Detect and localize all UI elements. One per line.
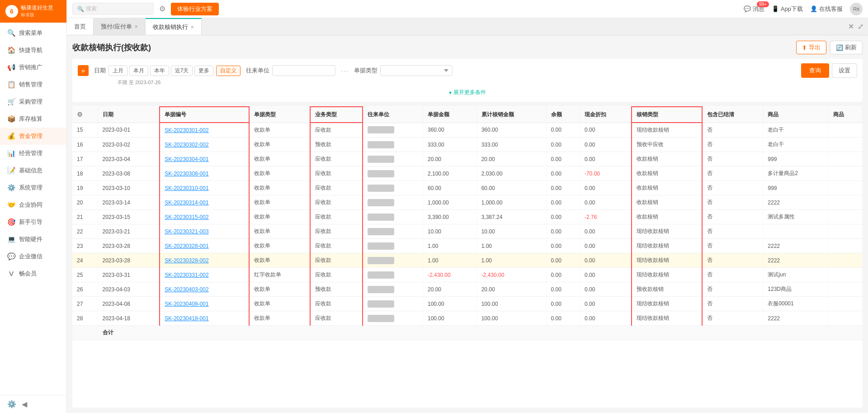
cell-cash_discount: -2.76 xyxy=(580,210,632,224)
cell-counterparty: ██████ xyxy=(363,181,423,195)
sidebar-item-finance[interactable]: 💰资金管理 xyxy=(0,128,66,145)
app-download-label: App下载 xyxy=(781,5,803,13)
settings-button[interactable]: 设置 xyxy=(832,63,857,78)
sidebar-item-inventory[interactable]: 📦库存核算 xyxy=(0,110,66,128)
cell-date: 2023-03-04 xyxy=(98,152,160,166)
sidebar-item-purchase[interactable]: 🛒采购管理 xyxy=(0,93,66,110)
cell-doc_no[interactable]: SK-20230302-002 xyxy=(160,138,249,152)
date-custom-btn[interactable]: 自定义 xyxy=(216,66,241,76)
sidebar-item-hardware[interactable]: 💻智能硬件 xyxy=(0,231,66,248)
column-settings-icon[interactable]: ⚙ xyxy=(77,111,83,118)
doc-link[interactable]: SK-20230310-001 xyxy=(165,185,208,191)
date-btn-本年[interactable]: 本年 xyxy=(150,66,169,76)
doc-link[interactable]: SK-20230328-001 xyxy=(165,243,208,249)
online-service-button[interactable]: 👤 在线客服 xyxy=(810,5,843,13)
app-download-button[interactable]: 📱 App下载 xyxy=(772,5,803,13)
sidebar-item-label-inventory: 库存核算 xyxy=(19,115,42,123)
query-button[interactable]: 查询 xyxy=(801,63,829,78)
tab-close-collection[interactable]: × xyxy=(191,24,194,30)
topbar-gear-icon[interactable]: ⚙ xyxy=(159,5,165,13)
cell-doc_no[interactable]: SK-20230331-002 xyxy=(160,268,249,282)
cell-date: 2023-03-14 xyxy=(98,195,160,210)
cell-doc_no[interactable]: SK-20230308-001 xyxy=(160,166,249,181)
sidebar-item-operations[interactable]: 📊经营管理 xyxy=(0,145,66,162)
sidebar-item-marketing[interactable]: 📢营销推广 xyxy=(0,59,66,76)
expand-more-btn[interactable]: ▾ 展开更多条件 xyxy=(449,89,486,96)
date-btn-更多[interactable]: 更多 xyxy=(194,66,213,76)
cell-goods: 999 xyxy=(763,152,829,166)
sidebar-item-basic[interactable]: 📝基础信息 xyxy=(0,162,66,179)
cell-total_verify: 20.00 xyxy=(476,282,546,297)
tab-collection[interactable]: 收款核销执行× xyxy=(146,18,202,35)
collapse-icon[interactable]: ◀ xyxy=(22,400,27,408)
tab-prepay[interactable]: 预付/应付单× xyxy=(94,18,146,35)
cell-date: 2023-03-01 xyxy=(98,123,160,138)
sidebar-item-system[interactable]: ⚙️系统管理 xyxy=(0,179,66,196)
filter-toggle-arrow[interactable]: » xyxy=(78,65,89,76)
cell-doc_no[interactable]: SK-20230304-001 xyxy=(160,152,249,166)
cell-doc_no[interactable]: SK-20230315-002 xyxy=(160,210,249,224)
settings-icon[interactable]: ⚙️ xyxy=(7,400,16,408)
message-button[interactable]: 💬 消息 99+ xyxy=(744,5,764,13)
expand-tab-icon[interactable]: ⤢ xyxy=(858,22,863,31)
date-btn-本月[interactable]: 本月 xyxy=(129,66,148,76)
sidebar-item-search[interactable]: 🔍搜索菜单 xyxy=(0,24,66,42)
footer-cell-9 xyxy=(580,326,632,340)
cell-doc_no[interactable]: SK-20230418-001 xyxy=(160,311,249,326)
export-button[interactable]: ⬆ 导出 xyxy=(796,41,826,54)
member-icon: V xyxy=(7,270,15,277)
doc-link[interactable]: SK-20230314-001 xyxy=(165,199,208,206)
close-tab-icon[interactable]: ✕ xyxy=(848,22,854,31)
doc-link[interactable]: SK-20230403-002 xyxy=(165,286,208,293)
cell-doc_type: 收款单 xyxy=(249,282,311,297)
cell-doc_no[interactable]: SK-20230408-001 xyxy=(160,297,249,311)
doc-link[interactable]: SK-20230331-002 xyxy=(165,272,208,278)
cell-doc_no[interactable]: SK-20230301-002 xyxy=(160,123,249,138)
cell-goods xyxy=(763,224,829,239)
voucher-type-select[interactable] xyxy=(380,65,453,76)
sidebar-item-enterprise[interactable]: 🤝企业协同 xyxy=(0,196,66,214)
doc-link[interactable]: SK-20230302-002 xyxy=(165,142,208,148)
cell-doc_no[interactable]: SK-20230310-001 xyxy=(160,181,249,195)
tab-close-prepay[interactable]: × xyxy=(135,24,138,30)
cell-doc_no[interactable]: SK-20230403-002 xyxy=(160,282,249,297)
date-btn-上月[interactable]: 上月 xyxy=(108,66,127,76)
date-btn-近7天[interactable]: 近7天 xyxy=(171,66,193,76)
cell-doc_no[interactable]: SK-20230328-002 xyxy=(160,253,249,268)
sidebar-nav: 🔍搜索菜单🏠快捷导航📢营销推广📋销售管理🛒采购管理📦库存核算💰资金管理📊经营管理… xyxy=(0,23,66,395)
cell-include_settled: 否 xyxy=(702,224,763,239)
doc-link[interactable]: SK-20230408-001 xyxy=(165,301,208,307)
cell-cash_discount: 0.00 xyxy=(580,181,632,195)
doc-link[interactable]: SK-20230315-002 xyxy=(165,214,208,220)
table-row: 172023-03-04SK-20230304-001收款单应收款██████2… xyxy=(72,152,863,166)
cell-goods: 老白干 xyxy=(763,123,829,138)
sidebar-item-nav[interactable]: 🏠快捷导航 xyxy=(0,42,66,59)
cell-date: 2023-03-15 xyxy=(98,210,160,224)
cell-balance: 0.00 xyxy=(546,138,580,152)
doc-link[interactable]: SK-20230308-001 xyxy=(165,171,208,177)
user-avatar[interactable]: Rit xyxy=(850,3,863,15)
cell-doc_no[interactable]: SK-20230328-001 xyxy=(160,239,249,253)
cell-no: 27 xyxy=(72,297,98,311)
cell-no: 19 xyxy=(72,181,98,195)
topbar-search-box[interactable]: 🔍 搜索 xyxy=(72,3,154,15)
doc-link[interactable]: SK-20230321-003 xyxy=(165,228,208,235)
sidebar-item-guide[interactable]: 🎯新手引导 xyxy=(0,214,66,231)
doc-link[interactable]: SK-20230418-001 xyxy=(165,315,208,322)
cell-goods: 999 xyxy=(763,181,829,195)
cell-doc_no[interactable]: SK-20230314-001 xyxy=(160,195,249,210)
sidebar-item-wechat[interactable]: 💬企业微信 xyxy=(0,248,66,265)
doc-link[interactable]: SK-20230328-002 xyxy=(165,257,208,264)
col-header-date: 日期 xyxy=(98,107,160,123)
refresh-button[interactable]: 🔄 刷新 xyxy=(830,41,863,54)
cell-goods: 2222 xyxy=(763,311,829,326)
sidebar-item-member[interactable]: V畅会员 xyxy=(0,265,66,282)
solution-button[interactable]: 体验行业方案 xyxy=(171,3,219,15)
sidebar-item-sales[interactable]: 📋销售管理 xyxy=(0,76,66,93)
cell-no: 21 xyxy=(72,210,98,224)
cell-doc_no[interactable]: SK-20230321-003 xyxy=(160,224,249,239)
tab-home[interactable]: 首页 xyxy=(67,18,94,35)
counterparty-input[interactable] xyxy=(272,65,335,76)
doc-link[interactable]: SK-20230301-002 xyxy=(165,127,208,133)
doc-link[interactable]: SK-20230304-001 xyxy=(165,156,208,162)
